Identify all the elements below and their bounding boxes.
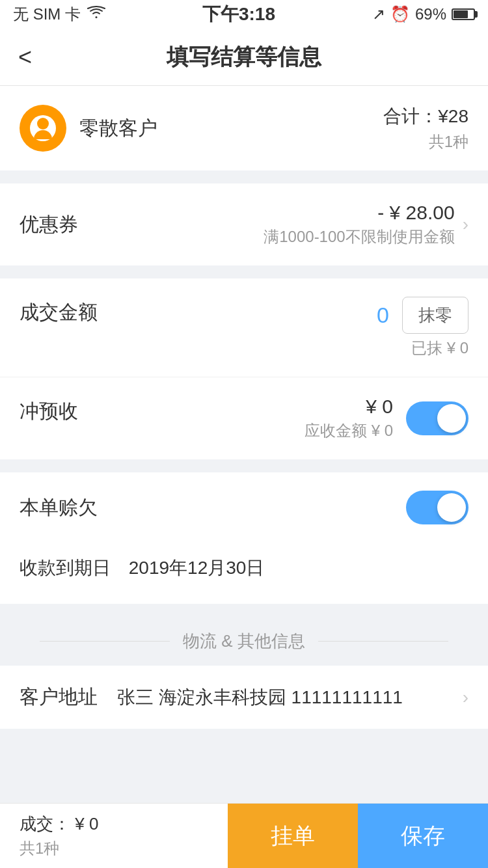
advance-label: 冲预收 — [20, 396, 78, 425]
customer-name: 零散客户 — [79, 115, 157, 142]
deal-amount-row: 成交金额 0 抹零 已抹 ¥ 0 — [0, 278, 488, 377]
deal-amount-label: 成交金额 — [20, 297, 98, 326]
advance-toggle[interactable] — [406, 401, 468, 435]
address-row[interactable]: 客户地址 张三 海淀永丰科技园 11111111111 › — [0, 666, 488, 729]
logistics-label: 物流 & 其他信息 — [183, 630, 305, 653]
customer-row: 零散客户 合计：¥28 共1种 — [0, 86, 488, 170]
coupon-label: 优惠券 — [20, 211, 78, 238]
round-zero-button[interactable]: 抹零 — [402, 297, 468, 334]
avatar-icon — [30, 115, 56, 141]
logistics-divider: 物流 & 其他信息 — [0, 617, 488, 666]
logistics-label-wrap: 物流 & 其他信息 — [0, 630, 488, 653]
status-right: ↗ ⏰ 69% — [372, 5, 475, 23]
nav-bar: < 填写结算等信息 — [0, 29, 488, 86]
address-right: › — [463, 687, 468, 708]
customer-right: 合计：¥28 共1种 — [383, 104, 468, 152]
coupon-row[interactable]: 优惠券 - ¥ 28.00 满1000-100不限制使用金额 › — [0, 183, 488, 265]
due-date-row: 收款到期日 2019年12月30日 — [0, 543, 488, 604]
advance-right: ¥ 0 应收金额 ¥ 0 — [305, 396, 468, 441]
deal-amount-value[interactable]: 0 — [350, 303, 389, 328]
battery-percent: 69% — [415, 5, 446, 23]
pending-button[interactable]: 挂单 — [228, 804, 358, 869]
save-button[interactable]: 保存 — [358, 804, 488, 869]
alarm-icon: ⏰ — [390, 5, 410, 23]
debt-row: 本单赊欠 — [0, 472, 488, 543]
address-value: 张三 海淀永丰科技园 11111111111 — [117, 685, 463, 710]
sim-label: 无 SIM 卡 — [13, 4, 81, 25]
coupon-right-wrap: - ¥ 28.00 满1000-100不限制使用金额 — [264, 202, 454, 247]
bottom-left: 成交： ¥ 0 共1种 — [0, 813, 228, 859]
form-section: 成交金额 0 抹零 已抹 ¥ 0 冲预收 ¥ 0 应收金额 ¥ 0 — [0, 278, 488, 459]
address-label: 客户地址 — [20, 684, 98, 711]
deal-amount-sub: 已抹 ¥ 0 — [350, 338, 468, 359]
advance-row: 冲预收 ¥ 0 应收金额 ¥ 0 — [0, 377, 488, 459]
total-amount: 合计：¥28 — [383, 104, 468, 129]
wifi-icon — [87, 6, 105, 23]
bottom-count: 共1种 — [20, 838, 208, 859]
divider-line-left — [40, 641, 170, 642]
advance-values: ¥ 0 应收金额 ¥ 0 — [305, 396, 393, 441]
bottom-bar: 成交： ¥ 0 共1种 挂单 保存 — [0, 803, 488, 868]
address-section: 客户地址 张三 海淀永丰科技园 11111111111 › — [0, 666, 488, 729]
due-date-label: 收款到期日 — [20, 558, 111, 578]
total-count: 共1种 — [383, 131, 468, 152]
chevron-right-icon: › — [463, 214, 468, 235]
debt-section: 本单赊欠 收款到期日 2019年12月30日 — [0, 472, 488, 604]
deal-amount-value-wrap: 0 抹零 — [350, 297, 468, 334]
debt-toggle[interactable] — [406, 491, 468, 524]
divider-line-right — [318, 641, 448, 642]
coupon-section: 优惠券 - ¥ 28.00 满1000-100不限制使用金额 › — [0, 183, 488, 265]
bottom-deal-amount: ¥ 0 — [75, 814, 98, 834]
page-title: 填写结算等信息 — [167, 42, 321, 72]
advance-sub: 应收金额 ¥ 0 — [305, 420, 393, 441]
debt-label: 本单赊欠 — [20, 495, 98, 521]
advance-amount: ¥ 0 — [305, 396, 393, 418]
status-bar: 无 SIM 卡 下午3:18 ↗ ⏰ 69% — [0, 0, 488, 29]
location-icon: ↗ — [372, 5, 385, 23]
customer-section: 零散客户 合计：¥28 共1种 — [0, 86, 488, 170]
battery-icon — [452, 8, 475, 20]
status-time: 下午3:18 — [202, 2, 275, 27]
customer-left: 零散客户 — [20, 105, 157, 152]
bottom-deal-wrap: 成交： ¥ 0 — [20, 813, 208, 835]
avatar — [20, 105, 66, 152]
bottom-deal-label: 成交： — [20, 814, 70, 834]
due-date-value: 2019年12月30日 — [129, 558, 265, 578]
coupon-desc: 满1000-100不限制使用金额 — [264, 226, 454, 247]
coupon-value: - ¥ 28.00 — [264, 202, 454, 224]
status-left: 无 SIM 卡 — [13, 4, 105, 25]
address-chevron-icon: › — [463, 687, 468, 708]
back-button[interactable]: < — [18, 44, 32, 71]
